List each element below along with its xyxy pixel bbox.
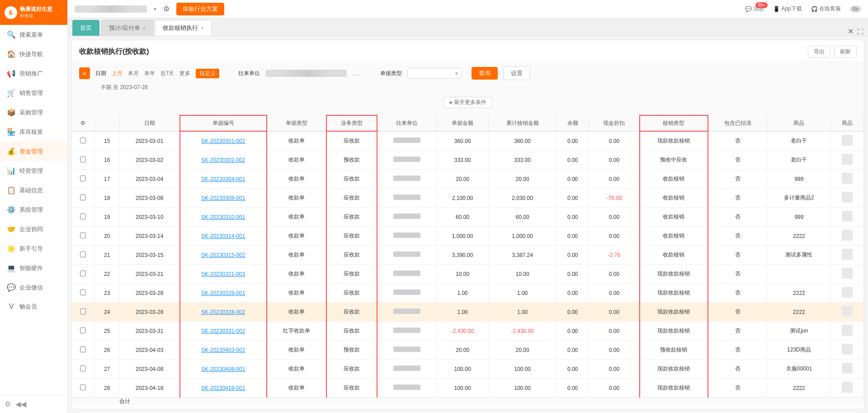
- row-checkbox-cell[interactable]: [72, 303, 94, 322]
- industry-solution-button[interactable]: 体验行业方案: [176, 3, 224, 15]
- sidebar-item-enterprise[interactable]: 🤝 企业协同: [0, 219, 67, 239]
- last7-filter[interactable]: 近7天: [160, 70, 175, 77]
- row-checkbox[interactable]: [80, 271, 86, 276]
- sidebar-item-quick-nav[interactable]: 🏠 快捷导航: [0, 44, 67, 64]
- row-checkbox-cell[interactable]: [72, 208, 94, 227]
- row-checkbox[interactable]: [80, 252, 86, 257]
- close-all-tabs-icon[interactable]: ✕: [848, 27, 854, 36]
- refresh-button[interactable]: 刷新: [834, 46, 857, 58]
- row-docno-cell[interactable]: SK-20230328-002: [180, 303, 267, 322]
- row-docno-cell[interactable]: SK-20230304-001: [180, 170, 267, 189]
- row-docno-cell[interactable]: SK-20230403-002: [180, 341, 267, 360]
- last-month-filter[interactable]: 上月: [112, 70, 123, 77]
- sidebar-item-operation[interactable]: 📊 经营管理: [0, 161, 67, 180]
- row-checkbox[interactable]: [80, 366, 86, 371]
- row-docno-cell[interactable]: SK-20230321-003: [180, 265, 267, 284]
- row-checkbox[interactable]: [80, 176, 86, 181]
- row-checkbox[interactable]: [80, 138, 86, 143]
- doc-type-select[interactable]: [407, 68, 462, 79]
- col-date-header[interactable]: 日期: [119, 115, 179, 131]
- sidebar-item-wechat[interactable]: 💬 企业微信: [0, 278, 67, 297]
- col-includesettled-header[interactable]: 包含已结清: [708, 115, 767, 131]
- topbar-chevron-icon[interactable]: ▾: [154, 6, 156, 12]
- row-checkbox-cell[interactable]: [72, 322, 94, 341]
- settings-icon[interactable]: ⚙: [5, 400, 11, 408]
- row-checkbox-cell[interactable]: [72, 131, 94, 151]
- online-service-link[interactable]: 🎧 在线客服: [811, 5, 841, 13]
- col-canceltype-header[interactable]: 核销类型: [640, 115, 708, 131]
- row-docno-cell[interactable]: SK-20230315-002: [180, 246, 267, 265]
- export-button[interactable]: 导出: [808, 46, 830, 58]
- row-checkbox-cell[interactable]: [72, 360, 94, 379]
- col-docno-header[interactable]: 单据编号: [180, 115, 267, 131]
- row-docno-cell[interactable]: SK-20230408-001: [180, 360, 267, 379]
- col-cancelamount-header[interactable]: 累计核销金额: [489, 115, 557, 131]
- row-docno-cell[interactable]: SK-20230328-001: [180, 284, 267, 303]
- row-checkbox-cell[interactable]: [72, 246, 94, 265]
- expand-more-button[interactable]: ▾ 展开更多条件: [443, 97, 492, 108]
- maximize-icon[interactable]: ⛶: [857, 28, 863, 35]
- row-checkbox[interactable]: [80, 195, 86, 200]
- row-checkbox[interactable]: [80, 347, 86, 352]
- row-checkbox[interactable]: [80, 328, 86, 333]
- row-checkbox-cell[interactable]: [72, 379, 94, 398]
- row-docno-cell[interactable]: SK-20230314-001: [180, 227, 267, 246]
- row-checkbox-cell[interactable]: [72, 189, 94, 208]
- row-docno-cell[interactable]: SK-20230308-001: [180, 189, 267, 208]
- partner-input[interactable]: [265, 70, 347, 77]
- col-biztype-header[interactable]: 业务类型: [326, 115, 377, 131]
- row-docno-cell[interactable]: SK-20230418-001: [180, 379, 267, 398]
- row-checkbox[interactable]: [80, 309, 86, 314]
- row-docno-cell[interactable]: SK-20230302-002: [180, 151, 267, 170]
- col-amount-header[interactable]: 单据金额: [436, 115, 488, 131]
- row-checkbox[interactable]: [80, 214, 86, 219]
- row-checkbox-cell[interactable]: [72, 284, 94, 303]
- col-partner-header[interactable]: 往来单位: [377, 115, 436, 131]
- row-checkbox-cell[interactable]: [72, 227, 94, 246]
- row-docno-cell[interactable]: SK-20230310-001: [180, 208, 267, 227]
- user-avatar[interactable]: Rit: [850, 5, 861, 13]
- row-docno-cell[interactable]: SK-20230301-002: [180, 131, 267, 151]
- app-download-link[interactable]: 📱 App下载: [773, 5, 802, 13]
- tab-receipt-cancel-close-icon[interactable]: ×: [201, 25, 203, 31]
- col-cashdiscount-header[interactable]: 现金折扣: [589, 115, 640, 131]
- col-doctype-header[interactable]: 单据类型: [267, 115, 326, 131]
- this-month-filter[interactable]: 本月: [128, 70, 139, 77]
- tab-receipt-cancel[interactable]: 收款核销执行 ×: [155, 20, 211, 36]
- sidebar-item-capital[interactable]: 💰 资金管理: [0, 142, 67, 161]
- row-checkbox-cell[interactable]: [72, 265, 94, 284]
- sidebar-item-guide[interactable]: 🌟 新手引导: [0, 239, 67, 258]
- setting-button[interactable]: 设置: [503, 66, 530, 80]
- row-checkbox[interactable]: [80, 233, 86, 238]
- row-checkbox-cell[interactable]: [72, 170, 94, 189]
- collapse-icon[interactable]: ◀◀: [15, 400, 26, 408]
- col-balance-header[interactable]: 余额: [556, 115, 589, 131]
- sidebar-item-member[interactable]: V 畅会员: [0, 297, 67, 316]
- sidebar-item-inventory[interactable]: 🏪 库存核算: [0, 122, 67, 142]
- sidebar-item-marketing[interactable]: 📢 营销推广: [0, 64, 67, 83]
- sidebar-item-purchase[interactable]: 📦 采购管理: [0, 103, 67, 122]
- row-checkbox-cell[interactable]: [72, 151, 94, 170]
- tab-payable-close-icon[interactable]: ×: [143, 25, 146, 31]
- row-checkbox[interactable]: [80, 157, 86, 162]
- query-button[interactable]: 查询: [472, 67, 498, 80]
- filter-toggle-button[interactable]: »: [79, 67, 90, 79]
- row-checkbox[interactable]: [80, 290, 86, 295]
- messages-badge[interactable]: 💬 消息 99+: [745, 5, 764, 13]
- row-docno-cell[interactable]: SK-20230331-002: [180, 322, 267, 341]
- custom-filter[interactable]: 自定义: [196, 69, 219, 78]
- sidebar-item-sales[interactable]: 🛒 销售管理: [0, 83, 67, 103]
- row-checkbox-cell[interactable]: [72, 341, 94, 360]
- sidebar-item-hardware[interactable]: 💻 智能硬件: [0, 258, 67, 278]
- col-goods-header[interactable]: 商品: [767, 115, 831, 131]
- sidebar-item-basic[interactable]: 📋 基础信息: [0, 180, 67, 200]
- col-settings-header[interactable]: ⚙: [72, 115, 94, 131]
- col-goods2-header[interactable]: 商品: [831, 115, 864, 131]
- tab-payable[interactable]: 预计/应付单 ×: [101, 20, 153, 36]
- topbar-gear-icon[interactable]: ⚙: [163, 5, 170, 13]
- more-filter[interactable]: 更多: [179, 70, 190, 77]
- row-checkbox[interactable]: [80, 385, 86, 390]
- sidebar-item-search-menu[interactable]: 🔍 搜索菜单: [0, 25, 67, 44]
- tab-home[interactable]: 首页: [72, 20, 99, 36]
- this-year-filter[interactable]: 本年: [144, 70, 155, 77]
